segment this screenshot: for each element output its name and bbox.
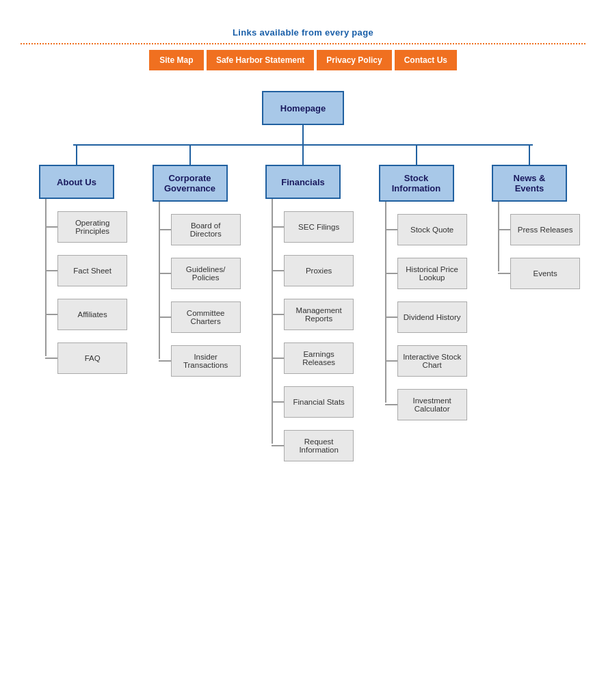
investment-calculator-node[interactable]: Investment Calculator bbox=[397, 389, 467, 420]
contact-us-button[interactable]: Contact Us bbox=[395, 50, 457, 70]
ev-h-connector bbox=[498, 273, 510, 274]
investment-calculator-row: Investment Calculator bbox=[366, 389, 467, 420]
stock-information-column: Stock Information Stock Quote Historical… bbox=[366, 146, 467, 461]
committee-charters-row: Committee Charters bbox=[140, 301, 241, 333]
privacy-policy-button[interactable]: Privacy Policy bbox=[317, 50, 391, 70]
financial-stats-row: Financial Stats bbox=[252, 386, 354, 418]
fact-sheet-row: Fact Sheet bbox=[26, 255, 127, 286]
about-us-column: About Us Operating Principles Fact Sheet bbox=[26, 146, 127, 461]
corporate-governance-node[interactable]: Corporate Governance bbox=[153, 165, 228, 202]
events-node[interactable]: Events bbox=[510, 258, 580, 289]
affiliates-row: Affiliates bbox=[26, 299, 127, 330]
press-releases-node[interactable]: Press Releases bbox=[510, 214, 580, 245]
historical-price-row: Historical Price Lookup bbox=[366, 258, 467, 289]
sitemap-tree: Homepage About Us bbox=[23, 91, 583, 461]
homepage-node[interactable]: Homepage bbox=[262, 91, 344, 125]
management-reports-row: Management Reports bbox=[252, 299, 354, 330]
hp-h-connector bbox=[385, 273, 397, 274]
financial-stats-node[interactable]: Financial Stats bbox=[284, 386, 354, 418]
corp-gov-left-vline bbox=[159, 202, 160, 359]
stock-quote-node[interactable]: Stock Quote bbox=[397, 214, 467, 245]
op-h-connector bbox=[45, 226, 57, 228]
financials-children-wrap: SEC Filings Proxies Management Reports E… bbox=[252, 199, 354, 461]
top-h-bar bbox=[73, 144, 533, 146]
corp-gov-children-wrap: Board of Directors Guidelines/ Policies … bbox=[140, 202, 241, 377]
fst-h-connector bbox=[272, 401, 284, 403]
fs-h-connector bbox=[45, 270, 57, 271]
earnings-releases-node[interactable]: Earnings Releases bbox=[284, 342, 354, 374]
operating-principles-node[interactable]: Operating Principles bbox=[57, 211, 127, 243]
dividend-history-row: Dividend History bbox=[366, 301, 467, 333]
gl-h-connector bbox=[159, 273, 171, 274]
site-map-button[interactable]: Site Map bbox=[149, 50, 204, 70]
top-links-section: Links available from every page Site Map… bbox=[21, 27, 585, 70]
board-directors-node[interactable]: Board of Directors bbox=[171, 214, 241, 245]
affiliates-node[interactable]: Affiliates bbox=[57, 299, 127, 330]
about-us-down-connector bbox=[76, 146, 77, 165]
about-us-children-wrap: Operating Principles Fact Sheet Affiliat… bbox=[26, 199, 127, 374]
categories-row: About Us Operating Principles Fact Sheet bbox=[23, 146, 583, 461]
financials-down-connector bbox=[302, 146, 304, 165]
insider-transactions-row: Insider Transactions bbox=[140, 345, 241, 377]
guidelines-row: Guidelines/ Policies bbox=[140, 258, 241, 289]
cc-h-connector bbox=[159, 317, 171, 318]
homepage-row: Homepage bbox=[23, 91, 583, 125]
stock-quote-row: Stock Quote bbox=[366, 214, 467, 245]
prx-h-connector bbox=[272, 270, 284, 271]
insider-transactions-node[interactable]: Insider Transactions bbox=[171, 345, 241, 377]
stock-info-left-vline bbox=[385, 202, 386, 403]
dotted-divider bbox=[21, 43, 585, 44]
dividend-history-node[interactable]: Dividend History bbox=[397, 301, 467, 333]
guidelines-node[interactable]: Guidelines/ Policies bbox=[171, 258, 241, 289]
faq-node[interactable]: FAQ bbox=[57, 342, 127, 374]
isc-h-connector bbox=[385, 360, 397, 362]
faq-row: FAQ bbox=[26, 342, 127, 374]
ic-h-connector bbox=[385, 404, 397, 405]
historical-price-node[interactable]: Historical Price Lookup bbox=[397, 258, 467, 289]
safe-harbor-button[interactable]: Safe Harbor Statement bbox=[207, 50, 314, 70]
stock-info-down-connector bbox=[416, 146, 417, 165]
press-releases-row: Press Releases bbox=[479, 214, 580, 245]
homepage-down-connector bbox=[23, 125, 583, 144]
news-events-down-connector bbox=[529, 146, 530, 165]
operating-principles-row: Operating Principles bbox=[26, 211, 127, 243]
board-directors-row: Board of Directors bbox=[140, 214, 241, 245]
stock-information-node[interactable]: Stock Information bbox=[379, 165, 454, 202]
interactive-stock-node[interactable]: Interactive Stock Chart bbox=[397, 345, 467, 377]
proxies-row: Proxies bbox=[252, 255, 354, 286]
management-reports-node[interactable]: Management Reports bbox=[284, 299, 354, 330]
news-events-column: News & Events Press Releases Events bbox=[479, 146, 580, 461]
dh-h-connector bbox=[385, 317, 397, 318]
it-h-connector bbox=[159, 360, 171, 362]
sq-h-connector bbox=[385, 229, 397, 230]
links-title: Links available from every page bbox=[21, 27, 585, 38]
mr-h-connector bbox=[272, 314, 284, 315]
financials-column: Financials SEC Filings Proxies Managemen… bbox=[252, 146, 354, 461]
ri-h-connector bbox=[272, 445, 284, 446]
financials-node[interactable]: Financials bbox=[265, 165, 341, 199]
sec-filings-row: SEC Filings bbox=[252, 211, 354, 243]
sec-h-connector bbox=[272, 226, 284, 228]
about-us-node[interactable]: About Us bbox=[39, 165, 114, 199]
sec-filings-node[interactable]: SEC Filings bbox=[284, 211, 354, 243]
aff-h-connector bbox=[45, 314, 57, 315]
earnings-releases-row: Earnings Releases bbox=[252, 342, 354, 374]
top-h-bar-container bbox=[23, 144, 583, 146]
page-wrapper: Links available from every page Site Map… bbox=[14, 14, 592, 475]
request-info-node[interactable]: Request Information bbox=[284, 430, 354, 461]
er-h-connector bbox=[272, 358, 284, 359]
committee-charters-node[interactable]: Committee Charters bbox=[171, 301, 241, 333]
fact-sheet-node[interactable]: Fact Sheet bbox=[57, 255, 127, 286]
top-links-buttons: Site Map Safe Harbor Statement Privacy P… bbox=[21, 50, 585, 70]
pr-h-connector bbox=[498, 229, 510, 230]
corporate-governance-column: Corporate Governance Board of Directors … bbox=[140, 146, 241, 461]
corp-gov-down-connector bbox=[189, 146, 191, 165]
faq-h-connector bbox=[45, 358, 57, 359]
interactive-stock-row: Interactive Stock Chart bbox=[366, 345, 467, 377]
about-us-left-vline bbox=[45, 199, 47, 356]
homepage-down-line bbox=[302, 125, 304, 144]
stock-info-children-wrap: Stock Quote Historical Price Lookup Divi… bbox=[366, 202, 467, 420]
proxies-node[interactable]: Proxies bbox=[284, 255, 354, 286]
news-events-node[interactable]: News & Events bbox=[492, 165, 567, 202]
events-row: Events bbox=[479, 258, 580, 289]
